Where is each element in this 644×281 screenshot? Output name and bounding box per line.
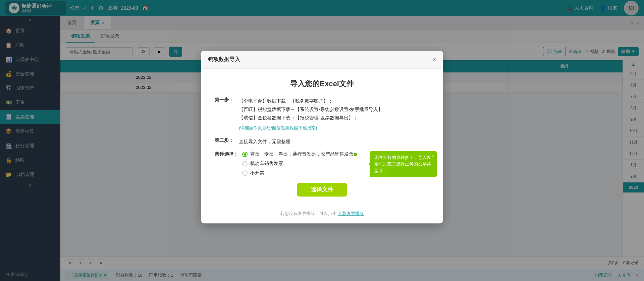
radio-circle-motor [242, 161, 248, 166]
tooltip-indicator-dot [354, 153, 357, 156]
radio-group: 普票，专票，卷票，通行费发票，农产品销售发票 × 现在支持的票种多了，导入发票时… [242, 151, 363, 176]
step1-row: 第一步： 【全电平台】数据下载→【税务数字账户】； 【百旺】税控盘数据下载→【系… [215, 97, 429, 132]
modal-title: 销项数据导入 [208, 56, 240, 63]
select-file-button[interactable]: 选择文件 [297, 183, 347, 196]
step1-line3: 【航信】金税盘数据下载→【报税管理-发票数据导出】； [239, 114, 387, 122]
import-modal: 销项数据导入 × 导入您的Excel文件 第一步： 【全电平台】数据下载→【税务… [201, 51, 443, 223]
step2-content: 直接导入文件，无需整理 [239, 137, 290, 146]
radio-circle-none [242, 170, 248, 176]
modal-header: 销项数据导入 × [201, 51, 443, 69]
step1-content: 【全电平台】数据下载→【税务数字账户】； 【百旺】税控盘数据下载→【系统设置-系… [239, 97, 387, 132]
modal-footer: 若您没有发票模版，可以点击 下载发票模版 [201, 207, 443, 223]
step2-label: 第二步： [215, 137, 235, 146]
radio-item-none[interactable]: 不开票 [242, 170, 363, 176]
radio-dot-normal [244, 153, 246, 156]
step1-guide-link[interactable]: (详细操作见百旺/航信发票数据下载指南) [239, 125, 317, 130]
tooltip-close-button[interactable]: × [431, 153, 434, 160]
radio-item-normal[interactable]: 普票，专票，卷票，通行费发票，农产品销售发票 × 现在支持的票种多了，导入发票时… [242, 151, 363, 157]
modal-close-button[interactable]: × [432, 57, 436, 63]
ticket-label: 票种选择： [215, 151, 238, 157]
download-template-link[interactable]: 下载发票模版 [338, 211, 364, 216]
step1-line1: 【全电平台】数据下载→【税务数字账户】； [239, 97, 387, 105]
modal-main-title: 导入您的Excel文件 [215, 79, 429, 89]
step2-row: 第二步： 直接导入文件，无需整理 [215, 137, 429, 146]
step1-label: 第一步： [215, 97, 235, 132]
radio-item-motor[interactable]: 机动车销售发票 [242, 161, 363, 167]
modal-body: 导入您的Excel文件 第一步： 【全电平台】数据下载→【税务数字账户】； 【百… [201, 69, 443, 207]
tooltip-bubble: × 现在支持的票种多了，导入发票时别忘了选择正确的发票类型呀！ [370, 151, 437, 177]
step1-line2: 【百旺】税控盘数据下载→【系统设置-系统参数设置-发票批量导入】； [239, 105, 387, 114]
ticket-row: 票种选择： 普票，专票，卷票，通行费发票，农产品销售发票 × 现在支持的票种多了… [215, 151, 429, 176]
radio-circle-normal [242, 152, 248, 157]
